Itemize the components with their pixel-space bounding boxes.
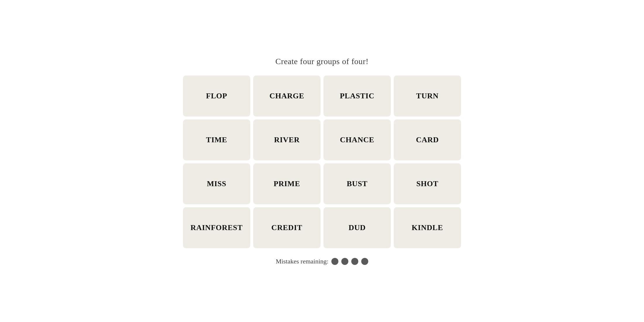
cell-label-bust: BUST <box>347 179 367 188</box>
word-grid: FLOPCHARGEPLASTICTURNTIMERIVERCHANCECARD… <box>183 76 461 248</box>
cell-label-turn: TURN <box>416 92 439 100</box>
mistakes-row: Mistakes remaining: <box>276 258 368 265</box>
mistake-dot-3 <box>351 258 358 265</box>
cell-label-card: CARD <box>416 136 439 144</box>
cell-time[interactable]: TIME <box>183 119 250 160</box>
cell-label-shot: SHOT <box>416 179 438 188</box>
cell-label-chance: CHANCE <box>340 136 374 144</box>
cell-label-prime: PRIME <box>274 179 300 188</box>
cell-label-credit: CREDIT <box>271 223 302 232</box>
cell-charge[interactable]: CHARGE <box>253 76 321 117</box>
cell-plastic[interactable]: PLASTIC <box>323 76 391 117</box>
subtitle: Create four groups of four! <box>275 57 369 66</box>
mistakes-label: Mistakes remaining: <box>276 258 328 265</box>
cell-label-rainforest: RAINFOREST <box>191 223 243 232</box>
cell-prime[interactable]: PRIME <box>253 163 321 204</box>
mistake-dot-4 <box>361 258 368 265</box>
cell-label-kindle: KINDLE <box>412 223 443 232</box>
cell-label-dud: DUD <box>349 223 366 232</box>
mistake-dot-1 <box>331 258 338 265</box>
cell-flop[interactable]: FLOP <box>183 76 250 117</box>
cell-shot[interactable]: SHOT <box>394 163 461 204</box>
cell-kindle[interactable]: KINDLE <box>394 207 461 248</box>
cell-bust[interactable]: BUST <box>323 163 391 204</box>
cell-chance[interactable]: CHANCE <box>323 119 391 160</box>
page-wrapper: Create four groups of four! FLOPCHARGEPL… <box>183 57 461 265</box>
cell-credit[interactable]: CREDIT <box>253 207 321 248</box>
cell-label-charge: CHARGE <box>270 92 304 100</box>
cell-card[interactable]: CARD <box>394 119 461 160</box>
cell-label-time: TIME <box>206 136 227 144</box>
cell-label-river: RIVER <box>274 136 300 144</box>
cell-rainforest[interactable]: RAINFOREST <box>183 207 250 248</box>
mistake-dot-2 <box>341 258 348 265</box>
cell-turn[interactable]: TURN <box>394 76 461 117</box>
cell-miss[interactable]: MISS <box>183 163 250 204</box>
cell-label-miss: MISS <box>207 179 227 188</box>
mistakes-dots <box>331 258 368 265</box>
cell-dud[interactable]: DUD <box>323 207 391 248</box>
cell-river[interactable]: RIVER <box>253 119 321 160</box>
cell-label-flop: FLOP <box>206 92 227 100</box>
cell-label-plastic: PLASTIC <box>340 92 374 100</box>
